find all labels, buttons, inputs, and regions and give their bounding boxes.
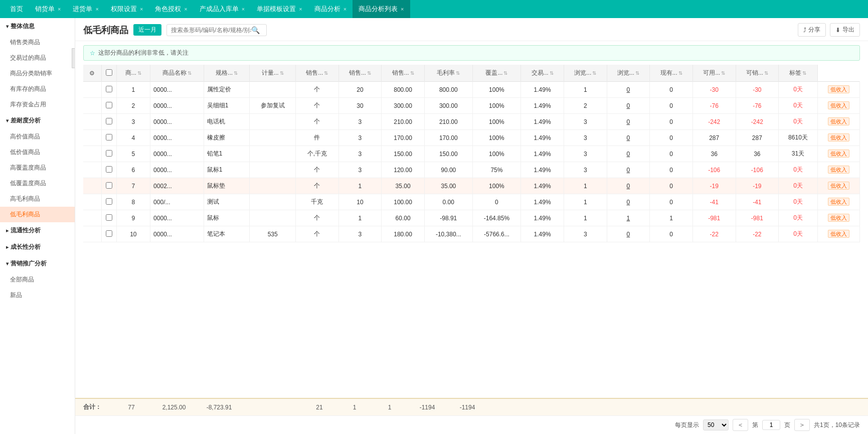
view1-link[interactable]: 0 [627, 151, 630, 158]
row-checkbox[interactable] [101, 210, 116, 226]
nav-item-permissions[interactable]: 权限设置 × [105, 0, 149, 18]
sidebar-group-growth[interactable]: ▸ 成长性分析 [0, 239, 75, 255]
time-filter-button[interactable]: 近一月 [133, 24, 161, 36]
row-select-checkbox[interactable] [106, 230, 112, 237]
row-checkbox[interactable] [101, 114, 116, 130]
trade-count-col-header[interactable]: 交易...⇅ [521, 65, 564, 82]
view1-link[interactable]: 0 [627, 183, 630, 190]
close-icon[interactable]: × [343, 6, 346, 12]
sidebar-item-stock-goods[interactable]: 有库存的商品 [0, 81, 75, 97]
view1-link[interactable]: 0 [627, 134, 630, 141]
view1-link[interactable]: 0 [627, 231, 630, 238]
settings-col-header[interactable]: ⚙ [83, 65, 101, 82]
row-view1[interactable]: 0 [607, 194, 650, 210]
row-view1[interactable]: 0 [607, 114, 650, 130]
row-checkbox[interactable] [101, 146, 116, 162]
prev-page-button[interactable]: ＜ [733, 419, 748, 431]
sidebar-item-low-value[interactable]: 低价值商品 [0, 144, 75, 160]
view1-link[interactable]: 0 [627, 86, 630, 93]
sidebar-item-new-goods[interactable]: 新品 [0, 287, 75, 303]
gross-margin-col-header[interactable]: 毛利率⇅ [424, 65, 472, 82]
sales-amount-col-header[interactable]: 销售...⇅ [382, 65, 425, 82]
name-col-header[interactable]: 商品名称⇅ [150, 65, 204, 82]
row-select-checkbox[interactable] [106, 86, 112, 92]
page-number-input[interactable] [762, 420, 780, 430]
view1-link[interactable]: 0 [627, 118, 630, 125]
close-icon[interactable]: × [140, 6, 143, 12]
row-select-checkbox[interactable] [106, 214, 112, 221]
current-stock-col-header[interactable]: 现有...⇅ [650, 65, 693, 82]
nav-item-template[interactable]: 单据模板设置 × [251, 0, 308, 18]
view1-link[interactable]: 0 [627, 199, 630, 206]
sidebar-item-sales-goods[interactable]: 销售类商品 [0, 35, 75, 50]
sidebar-item-traded-goods[interactable]: 交易过的商品 [0, 50, 75, 66]
search-icon[interactable]: 🔍 [251, 26, 260, 34]
export-button[interactable]: ⬇ 导出 [830, 23, 860, 37]
search-input[interactable] [171, 27, 251, 34]
view1-link[interactable]: 1 [627, 215, 630, 222]
row-checkbox[interactable] [101, 82, 116, 98]
row-select-checkbox[interactable] [106, 150, 112, 157]
sidebar-item-low-margin[interactable]: 低毛利商品 [0, 207, 75, 222]
spec-col-header[interactable]: 规格...⇅ [204, 65, 250, 82]
view2-col-header[interactable]: 浏览...⇅ [607, 65, 650, 82]
row-checkbox[interactable] [101, 178, 116, 194]
code-col-header[interactable]: 商...⇅ [116, 65, 150, 82]
row-checkbox[interactable] [101, 98, 116, 114]
row-select-checkbox[interactable] [106, 102, 112, 108]
close-icon[interactable]: × [95, 6, 98, 12]
sales-price-col-header[interactable]: 销售...⇅ [338, 65, 382, 82]
view1-link[interactable]: 0 [627, 167, 630, 174]
row-view1[interactable]: 0 [607, 162, 650, 178]
checkbox-col-header[interactable] [101, 65, 116, 82]
view1-col-header[interactable]: 浏览...⇅ [564, 65, 607, 82]
coverage-col-header[interactable]: 覆盖...⇅ [472, 65, 521, 82]
sidebar-item-high-margin[interactable]: 高毛利商品 [0, 191, 75, 207]
sidebar-item-all-goods[interactable]: 全部商品 [0, 272, 75, 287]
nav-item-product-entry[interactable]: 产成品入库单 × [194, 0, 251, 18]
sidebar-item-capital[interactable]: 库存资金占用 [0, 97, 75, 112]
close-icon[interactable]: × [401, 6, 404, 12]
sidebar-group-tolerance[interactable]: ▾ 差耐度分析 [0, 112, 75, 129]
sidebar-item-high-coverage[interactable]: 高覆盖度商品 [0, 160, 75, 176]
nav-item-roles[interactable]: 角色授权 × [149, 0, 193, 18]
sidebar-item-category-rate[interactable]: 商品分类助销率 [0, 66, 75, 81]
row-view1[interactable]: 0 [607, 178, 650, 194]
sidebar-collapse-button[interactable]: 《 [72, 48, 75, 68]
close-icon[interactable]: × [58, 6, 61, 12]
close-icon[interactable]: × [242, 6, 245, 12]
available-stock-col-header[interactable]: 可用...⇅ [692, 65, 736, 82]
row-checkbox[interactable] [101, 162, 116, 178]
share-button[interactable]: ⤴ 分享 [798, 23, 826, 37]
nav-item-purchase[interactable]: 进货单 × [67, 0, 104, 18]
row-checkbox[interactable] [101, 130, 116, 146]
sidebar-item-low-coverage[interactable]: 低覆盖度商品 [0, 176, 75, 191]
sellable-col-header[interactable]: 可销...⇅ [736, 65, 779, 82]
sidebar-group-marketing[interactable]: ▾ 营销推广分析 [0, 255, 75, 272]
nav-item-home[interactable]: 首页 [4, 0, 29, 18]
next-page-button[interactable]: ＞ [794, 419, 810, 431]
sidebar-item-high-value[interactable]: 高价值商品 [0, 129, 75, 144]
row-view1[interactable]: 0 [607, 226, 650, 242]
row-view1[interactable]: 0 [607, 146, 650, 162]
row-view1[interactable]: 1 [607, 210, 650, 226]
per-page-select[interactable]: 50 100 200 [703, 419, 729, 430]
select-all-checkbox[interactable] [106, 69, 112, 76]
nav-item-sales[interactable]: 销货单 × [29, 0, 67, 18]
row-view1[interactable]: 0 [607, 130, 650, 146]
row-select-checkbox[interactable] [106, 166, 112, 173]
sales-qty-col-header[interactable]: 销售...⇅ [296, 65, 339, 82]
tag-col-header[interactable]: 标签⇅ [779, 65, 818, 82]
sidebar-group-overall[interactable]: ▾ 整体信息 [0, 18, 75, 35]
row-checkbox[interactable] [101, 226, 116, 242]
nav-item-product-analysis-list[interactable]: 商品分析列表 × [353, 0, 410, 18]
row-select-checkbox[interactable] [106, 182, 112, 189]
view1-link[interactable]: 0 [627, 102, 630, 109]
unit-col-header[interactable]: 计量...⇅ [250, 65, 296, 82]
row-checkbox[interactable] [101, 194, 116, 210]
sidebar-group-liquidity[interactable]: ▸ 流通性分析 [0, 222, 75, 239]
row-select-checkbox[interactable] [106, 198, 112, 205]
nav-item-product-analysis[interactable]: 商品分析 × [308, 0, 353, 18]
row-select-checkbox[interactable] [106, 118, 112, 124]
close-icon[interactable]: × [299, 6, 302, 12]
